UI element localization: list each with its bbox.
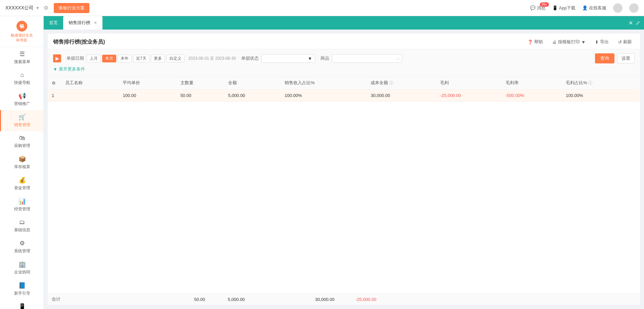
cell-rank: 1	[48, 90, 61, 102]
sidebar-item-finance[interactable]: 💰 资金管理	[0, 173, 43, 194]
content-area: 首页 销售排行榜 ✕ ✕ ⤢ 销售排行榜(按业务员) ❓	[44, 16, 644, 309]
status-select[interactable]: ▼	[261, 54, 315, 63]
col-amount: 全额	[224, 76, 281, 90]
gross-pct-info-icon[interactable]: ⓘ	[588, 81, 592, 85]
cost-info-icon[interactable]: ⓘ	[389, 81, 393, 85]
date-buttons: 上月 本月 本年 近7天 更多 自定义	[87, 55, 184, 62]
tab-sales-rank[interactable]: 销售排行榜 ✕	[63, 16, 102, 30]
filter-row: ▶ 单据日期 上月 本月 本年 近7天 更多 自定义 2023-	[53, 53, 635, 63]
date-filter-item: 单据日期 上月 本月 本年 近7天 更多 自定义 2023-06-01 至 20…	[67, 55, 236, 62]
sidebar-logo: 畅 畅康通好生意标准版	[0, 16, 43, 47]
goods-input[interactable]	[332, 55, 394, 62]
sidebar-item-operation[interactable]: 📊 经营管理	[0, 194, 43, 215]
sidebar-item-inventory[interactable]: 📦 库存核算	[0, 152, 43, 173]
avatar2[interactable]	[629, 3, 639, 13]
avatar[interactable]	[613, 3, 622, 13]
cell-quantity: 50.00	[176, 90, 224, 102]
sidebar-label-inventory: 库存核算	[14, 164, 30, 170]
date-filter-label: 单据日期	[67, 55, 84, 61]
date-range-text: 2023-06-01 至 2023-06-30	[188, 56, 236, 61]
sidebar-label-basic-info: 基础信息	[14, 227, 30, 233]
marketing-icon: 📢	[18, 92, 26, 100]
footer-sales-pct-val	[264, 297, 311, 302]
settings-button[interactable]: 设置	[617, 53, 635, 63]
tab-close-window-icon[interactable]: ✕	[629, 20, 633, 26]
svg-text:畅: 畅	[19, 23, 24, 29]
date-btn-custom[interactable]: 自定义	[166, 55, 184, 62]
date-btn-last-month[interactable]: 上月	[87, 55, 101, 62]
footer-amount-val: 5,000.00	[224, 297, 264, 302]
expand-more-button[interactable]: ▼ 展开更多条件	[53, 66, 635, 72]
status-chevron-icon: ▼	[308, 56, 312, 61]
experience-button[interactable]: 体验行业方案	[54, 3, 89, 13]
tab-home[interactable]: 首页	[44, 16, 63, 30]
cell-avg_price: 100.00	[119, 90, 176, 102]
app-center-icon: 📱	[18, 303, 26, 309]
page-inner: 销售排行榜(按业务员) ❓ 帮助 🖨 按模板打印 ▼ ⬆	[48, 34, 640, 305]
sidebar-item-purchase[interactable]: 🛍 采购管理	[0, 131, 43, 152]
status-filter-label: 单据状态	[241, 55, 259, 61]
online-service-item[interactable]: 👤 在线客服	[582, 5, 606, 11]
inventory-icon: 📦	[18, 155, 26, 163]
query-button[interactable]: 查询	[595, 53, 614, 63]
app-download-label: App下载	[559, 5, 575, 11]
sidebar-item-enterprise[interactable]: 🏢 企业协同	[0, 257, 43, 278]
print-chevron-icon: ▼	[581, 40, 586, 45]
service-icon: 👤	[582, 5, 588, 10]
company-chevron-icon: ▼	[36, 6, 40, 10]
online-service-label: 在线客服	[589, 5, 606, 11]
tab-close-icon[interactable]: ✕	[94, 20, 97, 25]
export-button[interactable]: ⬆ 导出	[592, 38, 611, 46]
help-label: 帮助	[534, 39, 543, 45]
date-btn-more[interactable]: 更多	[151, 55, 165, 62]
date-btn-this-month[interactable]: 本月	[102, 55, 116, 62]
col-gross: 毛利	[436, 76, 501, 90]
sidebar-item-quick-nav[interactable]: ⌂ 快捷导航	[0, 68, 43, 89]
filter-area: ▶ 单据日期 上月 本月 本年 近7天 更多 自定义 2023-	[48, 49, 640, 76]
col-settings[interactable]: ⚙	[48, 76, 61, 90]
message-item[interactable]: 💬 消息 99+	[530, 5, 546, 11]
sidebar-item-sales[interactable]: 🛒 销售管理	[0, 110, 43, 131]
home-tab-label: 首页	[49, 20, 58, 26]
app-download-item[interactable]: 📱 App下载	[552, 5, 575, 11]
query-actions: 查询 设置	[595, 53, 635, 63]
sidebar-item-app-center[interactable]: 📱 应用中心	[0, 300, 43, 309]
table-container: ⚙ 员工名称 平均单价 主数量 全额 销售收入占比% 成本全额 ⓘ 毛利 毛利率…	[48, 76, 640, 293]
col-cost: 成本全额 ⓘ	[367, 76, 436, 90]
tab-maximize-icon[interactable]: ⤢	[636, 20, 640, 26]
header-right: 💬 消息 99+ 📱 App下载 👤 在线客服	[530, 3, 639, 13]
sidebar-item-system[interactable]: ⚙ 系统管理	[0, 236, 43, 257]
template-print-label: 按模板打印	[558, 39, 580, 45]
refresh-icon: ↺	[618, 40, 622, 45]
cell-gross: -25,000.00	[436, 90, 501, 102]
finance-icon: 💰	[18, 176, 26, 184]
table-row: 1100.0050.005,000.00100.00%30,000.00-25,…	[48, 90, 640, 102]
sidebar-label-search-order: 搜索菜单	[14, 59, 30, 65]
footer-quantity-val: 50.00	[190, 297, 224, 302]
header-gear-icon[interactable]: ⚙	[42, 3, 50, 12]
footer-cost-val: 30,000.00	[311, 297, 351, 302]
date-btn-this-year[interactable]: 本年	[118, 55, 132, 62]
refresh-button[interactable]: ↺ 刷新	[615, 38, 635, 46]
company-selector[interactable]: XXXXXX公司 ▼	[5, 5, 40, 11]
message-icon: 💬	[530, 5, 535, 10]
sidebar-item-marketing[interactable]: 📢 营销推广	[0, 89, 43, 110]
goods-more-icon[interactable]: ···	[394, 56, 402, 61]
operation-icon: 📊	[18, 198, 26, 205]
help-icon: ❓	[527, 40, 533, 45]
filter-toggle-button[interactable]: ▶	[53, 54, 61, 62]
sidebar-item-basic-info[interactable]: 🗂 基础信息	[0, 215, 43, 236]
footer-quantity	[150, 297, 190, 302]
template-print-button[interactable]: 🖨 按模板打印 ▼	[550, 38, 588, 46]
enterprise-icon: 🏢	[18, 261, 26, 268]
date-btn-7days[interactable]: 近7天	[133, 55, 149, 62]
export-icon: ⬆	[595, 40, 599, 45]
sales-icon: 🛒	[18, 113, 26, 121]
footer-total-label: 合计	[52, 296, 146, 302]
help-button[interactable]: ❓ 帮助	[525, 38, 546, 46]
sidebar-item-guide[interactable]: 📘 新手引导	[0, 278, 43, 300]
logo-icon: 畅	[16, 20, 28, 32]
sidebar-item-search-order[interactable]: ☰ 搜索菜单	[0, 47, 43, 68]
sidebar-label-marketing: 营销推广	[14, 101, 30, 107]
goods-filter-label: 商品	[320, 55, 329, 61]
